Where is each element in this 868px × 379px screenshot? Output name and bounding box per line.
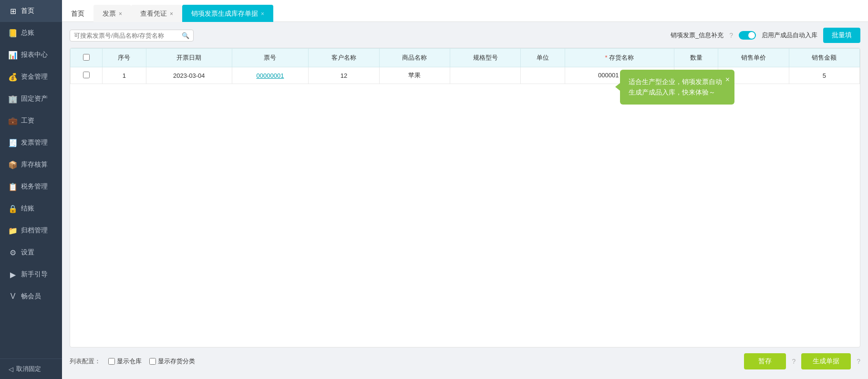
tab-invoice-label: 发票 bbox=[103, 10, 116, 18]
table-row: 1 2023-03-04 00000001 12 苹果 000001 苹果 个 … bbox=[71, 67, 860, 84]
salary-icon: 💼 bbox=[9, 116, 17, 125]
tab-invoice[interactable]: 发票 × bbox=[93, 5, 131, 22]
pin-button[interactable]: ◁ 取消固定 bbox=[0, 359, 62, 379]
header-unit: 单位 bbox=[521, 49, 565, 67]
row-amount: 5 bbox=[789, 67, 859, 84]
sidebar-item-tax[interactable]: 📋 税务管理 bbox=[0, 176, 62, 198]
show-warehouse-checkbox[interactable] bbox=[108, 358, 115, 365]
settings-icon: ⚙ bbox=[9, 248, 17, 257]
select-all-checkbox[interactable] bbox=[83, 54, 90, 61]
header-checkbox[interactable] bbox=[71, 49, 103, 67]
batch-fill-button[interactable]: 批量填 bbox=[823, 28, 860, 43]
toolbar-right: 销项发票_信息补充 ? 启用产成品自动入库 批量填 bbox=[671, 28, 860, 43]
ledger-icon: 📒 bbox=[9, 29, 17, 37]
close-account-icon: 🔒 bbox=[9, 204, 17, 213]
sidebar-bottom: ◁ 取消固定 bbox=[0, 358, 62, 379]
sidebar-item-close-label: 结账 bbox=[21, 204, 34, 213]
generate-help-icon[interactable]: ? bbox=[857, 358, 860, 365]
bottom-bar: 列表配置： 显示仓库 显示存货分类 暂存 ? 生成单据 ? bbox=[70, 347, 860, 373]
row-customer: 12 bbox=[309, 67, 379, 84]
row-checkbox[interactable] bbox=[71, 67, 103, 84]
sidebar-item-report[interactable]: 📊 报表中心 bbox=[0, 44, 62, 66]
sidebar-item-ledger[interactable]: 📒 总账 bbox=[0, 22, 62, 44]
sidebar-item-guide-label: 新手引导 bbox=[21, 270, 48, 279]
tab-invoice-close[interactable]: × bbox=[119, 11, 122, 17]
bottom-actions: 暂存 ? 生成单据 ? bbox=[744, 353, 860, 369]
invoice-number-link[interactable]: 00000001 bbox=[257, 72, 284, 79]
sidebar-item-home[interactable]: ⊞ 首页 bbox=[0, 0, 62, 22]
sidebar-item-settings-label: 设置 bbox=[21, 248, 34, 257]
guide-icon: ▶ bbox=[9, 270, 17, 279]
assets-icon: 🏢 bbox=[9, 95, 17, 103]
show-category-label: 显示存货分类 bbox=[158, 357, 195, 366]
row-seq: 1 bbox=[102, 67, 146, 84]
row-select-checkbox[interactable] bbox=[83, 72, 90, 78]
tab-bar: 首页 发票 × 查看凭证 × 销项发票生成库存单据 × bbox=[62, 0, 868, 22]
header-product: 商品名称 bbox=[379, 49, 450, 67]
tab-store-label: 销项发票生成库存单据 bbox=[191, 10, 258, 18]
sidebar-item-assets[interactable]: 🏢 固定资产 bbox=[0, 88, 62, 110]
data-table: 序号 开票日期 票号 客户名称 商品名称 规格型号 单位 * 存货名称 数量 销… bbox=[70, 48, 860, 84]
sidebar-item-archive[interactable]: 📁 归档管理 bbox=[0, 220, 62, 242]
sidebar-item-home-label: 首页 bbox=[21, 7, 34, 15]
tab-home[interactable]: 首页 bbox=[62, 5, 93, 22]
page-content: 🔍 销项发票_信息补充 ? 启用产成品自动入库 批量填 bbox=[62, 22, 868, 379]
header-date: 开票日期 bbox=[146, 49, 232, 67]
sidebar-item-salary[interactable]: 💼 工资 bbox=[0, 110, 62, 132]
row-unit bbox=[521, 67, 565, 84]
tooltip-pointer bbox=[615, 83, 620, 91]
sidebar-item-vip[interactable]: V 畅会员 bbox=[0, 285, 62, 307]
tab-home-label: 首页 bbox=[71, 10, 84, 18]
sidebar-item-guide[interactable]: ▶ 新手引导 bbox=[0, 263, 62, 285]
search-icon: 🔍 bbox=[182, 32, 189, 39]
save-button[interactable]: 暂存 bbox=[744, 353, 786, 369]
show-category-checkbox[interactable] bbox=[149, 358, 156, 365]
tax-icon: 📋 bbox=[9, 182, 17, 191]
toggle-thumb bbox=[748, 32, 755, 39]
inventory-icon: 📦 bbox=[9, 160, 17, 169]
auto-warehouse-toggle[interactable] bbox=[739, 31, 756, 40]
sidebar-item-assets-label: 固定资产 bbox=[21, 95, 48, 103]
tab-voucher-close[interactable]: × bbox=[170, 11, 173, 17]
row-product: 苹果 bbox=[379, 67, 450, 84]
show-warehouse-item[interactable]: 显示仓库 bbox=[108, 357, 142, 366]
sidebar-item-inventory-label: 库存核算 bbox=[21, 160, 48, 169]
bottom-checkbox-group: 显示仓库 显示存货分类 bbox=[108, 357, 195, 366]
sidebar: ⊞ 首页 📒 总账 📊 报表中心 💰 资金管理 🏢 固定资产 💼 工资 🧾 发票… bbox=[0, 0, 62, 379]
main-content: 首页 发票 × 查看凭证 × 销项发票生成库存单据 × 🔍 销项发票_信息补充 bbox=[62, 0, 868, 379]
row-date: 2023-03-04 bbox=[146, 67, 232, 84]
row-number[interactable]: 00000001 bbox=[232, 67, 309, 84]
home-icon: ⊞ bbox=[9, 7, 17, 15]
sidebar-item-salary-label: 工资 bbox=[21, 116, 34, 125]
tab-store-close[interactable]: × bbox=[261, 11, 264, 17]
generate-button[interactable]: 生成单据 bbox=[801, 353, 851, 369]
tab-store[interactable]: 销项发票生成库存单据 × bbox=[182, 5, 273, 22]
report-icon: 📊 bbox=[9, 51, 17, 59]
show-warehouse-label: 显示仓库 bbox=[117, 357, 142, 366]
toolbar-title: 销项发票_信息补充 bbox=[671, 31, 723, 40]
sidebar-item-settings[interactable]: ⚙ 设置 bbox=[0, 242, 62, 263]
search-box[interactable]: 🔍 bbox=[70, 30, 194, 42]
sidebar-item-vip-label: 畅会员 bbox=[21, 292, 41, 301]
toolbar-left: 🔍 bbox=[70, 30, 194, 42]
tab-voucher-label: 查看凭证 bbox=[140, 10, 167, 18]
toggle-track bbox=[739, 31, 756, 40]
tooltip-close-button[interactable]: × bbox=[725, 74, 730, 86]
header-quantity: 数量 bbox=[674, 49, 718, 67]
search-input[interactable] bbox=[74, 32, 182, 39]
sidebar-item-invoice[interactable]: 🧾 发票管理 bbox=[0, 132, 62, 154]
sidebar-item-funds[interactable]: 💰 资金管理 bbox=[0, 66, 62, 88]
archive-icon: 📁 bbox=[9, 226, 17, 235]
show-category-item[interactable]: 显示存货分类 bbox=[149, 357, 195, 366]
toolbar-help-icon[interactable]: ? bbox=[729, 32, 733, 39]
tooltip-popup: × 适合生产型企业，销项发票自动生成产成品入库，快来体验～ bbox=[620, 70, 734, 105]
save-help-icon[interactable]: ? bbox=[792, 358, 796, 365]
sidebar-item-inventory[interactable]: 📦 库存核算 bbox=[0, 154, 62, 176]
tab-voucher[interactable]: 查看凭证 × bbox=[131, 5, 182, 22]
toolbar: 🔍 销项发票_信息补充 ? 启用产成品自动入库 批量填 bbox=[70, 28, 860, 43]
sidebar-item-close[interactable]: 🔒 结账 bbox=[0, 198, 62, 220]
invoice-icon: 🧾 bbox=[9, 138, 17, 147]
header-number: 票号 bbox=[232, 49, 309, 67]
data-table-wrap: 序号 开票日期 票号 客户名称 商品名称 规格型号 单位 * 存货名称 数量 销… bbox=[70, 48, 860, 347]
vip-icon: V bbox=[9, 292, 17, 301]
